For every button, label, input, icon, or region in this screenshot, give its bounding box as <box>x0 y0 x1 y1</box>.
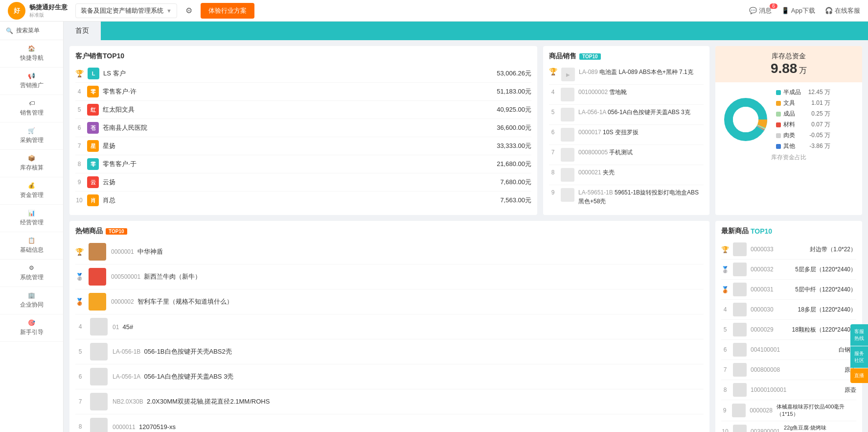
hot-badge: TOP10 <box>106 228 127 235</box>
customer-amount: 7,563.00元 <box>500 196 531 205</box>
search-menu[interactable]: 🔍 搜索菜单 <box>0 22 63 40</box>
list-item: 4 001000002 雪地靴 <box>549 85 704 105</box>
list-item: 8 0000011 12070519-xs <box>75 414 704 432</box>
legend-dot <box>776 112 781 117</box>
newest-highlight: TOP10 <box>751 227 772 235</box>
product-code: LA-089 <box>579 69 598 75</box>
sidebar-item-purchase[interactable]: 🛒 采购管理 <box>0 122 63 150</box>
hot-products-title: 热销商品 TOP10 <box>75 227 704 236</box>
legend: 半成品 12.45 万 文具 1.01 万 <box>776 88 830 150</box>
sidebar-item-inventory[interactable]: 📦 库存核算 <box>0 150 63 177</box>
settings-icon[interactable]: ⚙ <box>181 3 197 19</box>
list-item: 5 LA-056-1A 056-1A白色按键开关盖ABS 3克 <box>549 105 704 125</box>
sidebar-item-guide[interactable]: 🎯 新手引导 <box>0 314 63 342</box>
product-name: 夹壳 <box>603 169 615 176</box>
product-img <box>733 242 747 256</box>
product-img <box>732 404 746 417</box>
float-btn-service[interactable]: 客服热线 <box>850 324 868 346</box>
list-item: 8 0000021 夹壳 <box>549 165 704 185</box>
table-row: 8 零 零售客户·于 21,680.00元 <box>75 155 531 173</box>
customer-amount: 36,600.00元 <box>497 123 531 132</box>
legend-dot <box>776 144 781 149</box>
rank-number: 5 <box>549 108 557 116</box>
rank-number: 6 <box>721 346 729 353</box>
trophy-icon: 🥈 <box>721 266 729 273</box>
search-icon: 🔍 <box>6 27 13 34</box>
legend-label: 成品 <box>783 110 801 118</box>
legend-label: 材料 <box>783 120 801 129</box>
sidebar-item-home[interactable]: 🏠 快捷导航 <box>0 40 63 68</box>
trophy-icon: 🥉 <box>75 298 84 306</box>
product-thumbnail <box>90 368 108 385</box>
avatar: 红 <box>87 104 99 116</box>
system-selector[interactable]: 装备及固定资产辅助管理系统 ▼ <box>75 3 177 18</box>
product-info: LA-056-1B 056-1B白色按键开关壳ABS2壳 <box>113 347 704 356</box>
customer-name: LS 客户 <box>103 69 493 78</box>
trophy-icon: 🏆 <box>721 246 729 253</box>
sidebar-item-marketing[interactable]: 📢 营销推广 <box>0 68 63 95</box>
product-code: LA-056-1A <box>578 109 606 116</box>
app-download-button[interactable]: 📱 App下载 <box>781 6 815 15</box>
float-btn-community[interactable]: 服务社区 <box>850 346 868 368</box>
legend-value: 12.45 万 <box>803 88 830 96</box>
sidebar-item-operation[interactable]: 📊 经营管理 <box>0 205 63 232</box>
legend-label: 半成品 <box>783 88 801 96</box>
customer-ranking-title: 客户销售TOP10 <box>75 52 531 61</box>
avatar: 零 <box>87 86 99 97</box>
product-info: 01 45# <box>113 323 704 331</box>
product-code: LA-59651-1B <box>578 189 613 196</box>
list-item: 9 0000028 体械嘉核味苏打饮品400毫升（1*15） <box>721 400 856 421</box>
inventory-amount: 9.88 <box>771 61 798 76</box>
legend-label: 其他 <box>783 142 801 150</box>
newest-title: 最新商品 TOP10 <box>721 227 856 236</box>
product-img <box>733 283 747 296</box>
list-item: 7 000800008 原壶 <box>721 360 856 380</box>
customer-name: 红太阳文具 <box>103 105 493 114</box>
list-item: 🏆 0000001 中华神盾 <box>75 240 704 264</box>
logo-area: 好 畅捷通好生意 标准版 <box>8 2 71 20</box>
message-button[interactable]: 💬 消息 6 <box>749 6 772 15</box>
inventory-icon: 📦 <box>28 155 35 162</box>
product-code: 001000002 <box>578 89 608 96</box>
rank-number: 5 <box>721 326 729 333</box>
online-service-button[interactable]: 🎧 在线客服 <box>825 6 860 15</box>
logo-text-area: 畅捷通好生意 标准版 <box>29 3 68 19</box>
avatar: 苍 <box>87 122 99 134</box>
trial-button[interactable]: 体验行业方案 <box>201 3 254 19</box>
float-btn-live[interactable]: 直播 <box>850 368 868 383</box>
basic-icon: 📋 <box>28 237 35 244</box>
product-img: ▶ <box>561 68 575 81</box>
rank-number: 8 <box>721 386 729 393</box>
system-name: 装备及固定资产辅助管理系统 <box>81 6 163 15</box>
product-img <box>733 343 747 357</box>
legend-item: 肉类 -0.05 万 <box>776 131 830 140</box>
home-icon: 🏠 <box>28 45 35 52</box>
product-img <box>561 128 574 142</box>
rank-number: 4 <box>549 88 557 96</box>
product-info: 0000002 智利车子里（规格不知道填什么） <box>111 297 704 306</box>
sidebar-item-system[interactable]: ⚙ 系统管理 <box>0 260 63 287</box>
list-item: 🏆 ▶ LA-089 电池盖 LA-089 ABS本色+黑种 7.1克 <box>549 65 704 85</box>
bottom-row: 热销商品 TOP10 🏆 0000001 中华神盾 <box>69 221 862 432</box>
rank-number: 9 <box>549 188 557 196</box>
product-img <box>561 168 574 182</box>
table-row: 7 星 星扬 33,333.00元 <box>75 137 531 155</box>
rank-number: 4 <box>75 323 85 330</box>
top-products-title: 商品销售 TOP10 <box>549 52 704 61</box>
sidebar-item-collab[interactable]: 🏢 企业协同 <box>0 287 63 314</box>
tab-home[interactable]: 首页 <box>64 22 101 40</box>
rank-number: 8 <box>75 423 85 430</box>
table-row: 5 红 红太阳文具 40,925.00元 <box>75 101 531 119</box>
sidebar-item-finance[interactable]: 💰 资金管理 <box>0 177 63 205</box>
top-badge: TOP10 <box>579 53 601 60</box>
list-item: 6 LA-056-1A 056-1A白色按键开关盖ABS 3壳 <box>75 364 704 389</box>
sidebar-item-sales[interactable]: 🏷 销售管理 <box>0 95 63 122</box>
inventory-title: 库存总资金 <box>723 52 854 61</box>
inventory-unit: 万 <box>799 66 807 74</box>
customer-amount: 51,183.00元 <box>497 87 531 96</box>
product-code: 000800005 <box>578 149 608 156</box>
sidebar-item-basic[interactable]: 📋 基础信息 <box>0 232 63 260</box>
product-thumbnail <box>89 268 106 286</box>
customer-amount: 53,006.26元 <box>497 69 531 78</box>
rank-number: 10 <box>75 197 83 204</box>
